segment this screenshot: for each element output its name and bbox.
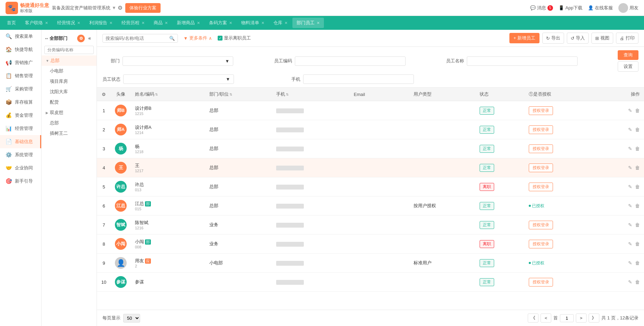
tree-item-distribution[interactable]: 配货 — [42, 97, 97, 107]
tab-operation[interactable]: 经营情况 ✕ — [53, 18, 84, 28]
per-page-select[interactable]: 50 — [123, 314, 140, 323]
sidebar-item-purchase[interactable]: 🛒 采购管理 — [0, 82, 41, 96]
edit-btn[interactable]: ✎ — [628, 127, 632, 132]
delete-btn[interactable]: 🗑 — [635, 108, 640, 113]
tree-item-double[interactable]: ▶ 双皮想 — [42, 107, 97, 118]
last-page-btn[interactable]: 》 — [589, 314, 599, 323]
th-phone[interactable]: 手机 ⇅ — [272, 88, 350, 101]
close-icon[interactable]: ✕ — [229, 21, 232, 25]
close-icon[interactable]: ✕ — [165, 21, 168, 25]
dept-settings-icon[interactable]: ⚙ — [77, 35, 85, 42]
filter-dept-select[interactable]: ▼ — [123, 56, 233, 66]
sidebar-item-sales[interactable]: 📋 销售管理 — [0, 69, 41, 82]
online-service-btn[interactable]: 👤 在线客服 — [588, 5, 613, 11]
app-download-btn[interactable]: 📱 App下载 — [559, 5, 582, 11]
dept-search-input[interactable] — [44, 46, 94, 54]
auth-btn[interactable]: 授权登录 — [529, 125, 553, 134]
edit-btn[interactable]: ✎ — [628, 203, 632, 209]
message-btn[interactable]: 💬 消息 5 — [530, 5, 553, 11]
sidebar-item-guide[interactable]: 🎯 新手引导 — [0, 175, 41, 188]
sidebar-item-business[interactable]: 📊 经营管理 — [0, 122, 41, 135]
filter-phone-input[interactable] — [303, 74, 414, 84]
sidebar-item-system[interactable]: ⚙️ 系统管理 — [0, 148, 41, 161]
th-name[interactable]: 姓名/编码 ⇅ — [131, 88, 205, 101]
close-icon[interactable]: ✕ — [317, 21, 320, 25]
prev-page-btn[interactable]: ＜ — [541, 314, 551, 323]
auth-btn[interactable]: 授权登录 — [529, 106, 553, 115]
auth-btn[interactable]: 授权登录 — [529, 183, 553, 191]
tree-item-general-headquarters[interactable]: ▼ 总部 — [42, 55, 97, 66]
edit-btn[interactable]: ✎ — [628, 241, 632, 247]
auth-btn[interactable]: 授权登录 — [529, 164, 553, 172]
more-filter-btn[interactable]: ▼ 更多条件 ∧ — [181, 34, 215, 43]
delete-btn[interactable]: 🗑 — [635, 241, 640, 247]
close-icon[interactable]: ✕ — [109, 21, 112, 25]
delete-btn[interactable]: 🗑 — [635, 222, 640, 228]
close-icon[interactable]: ✕ — [261, 21, 264, 25]
filter-status-select[interactable]: ▼ — [123, 74, 234, 84]
delete-btn[interactable]: 🗑 — [635, 260, 640, 266]
tab-add-goods[interactable]: 新增商品 ✕ — [173, 18, 204, 28]
add-employee-btn[interactable]: + 新增员工 — [509, 33, 539, 43]
auth-btn[interactable]: 授权登录 — [529, 278, 553, 287]
next-page-btn[interactable]: ＞ — [576, 314, 587, 323]
search-input[interactable] — [106, 36, 168, 41]
sidebar-item-finance[interactable]: 💰 资金管理 — [0, 109, 41, 122]
delete-btn[interactable]: 🗑 — [635, 146, 640, 151]
tree-item-placeholder[interactable]: 插树王二 — [42, 128, 97, 139]
setting-btn[interactable]: 设置 — [618, 61, 638, 72]
edit-btn[interactable]: ✎ — [628, 279, 632, 285]
tab-goods[interactable]: 商品 ✕ — [149, 18, 172, 28]
edit-btn[interactable]: ✎ — [628, 222, 632, 228]
delete-btn[interactable]: 🗑 — [635, 165, 640, 170]
filter-emp-name-input[interactable] — [467, 56, 578, 66]
delete-btn[interactable]: 🗑 — [635, 184, 640, 190]
tree-item-small-electronics[interactable]: 小电部 — [42, 66, 97, 76]
search-btn[interactable]: 查询 — [618, 50, 638, 60]
auth-btn[interactable]: 授权登录 — [529, 221, 553, 229]
delete-btn[interactable]: 🗑 — [635, 127, 640, 132]
edit-btn[interactable]: ✎ — [628, 165, 632, 170]
delete-btn[interactable]: 🗑 — [635, 279, 640, 285]
tree-item-project-warehouse[interactable]: 项目库房 — [42, 76, 97, 87]
close-icon[interactable]: ✕ — [77, 21, 80, 25]
dept-collapse-btn[interactable]: « — [86, 35, 93, 42]
sidebar-item-nav[interactable]: 🏠 快捷导航 — [0, 43, 41, 56]
settings-icon[interactable]: ⚙ — [118, 5, 123, 11]
auth-btn[interactable]: 授权登录 — [529, 240, 553, 248]
delete-btn[interactable]: 🗑 — [635, 203, 640, 209]
close-icon[interactable]: ✕ — [284, 21, 288, 25]
search-submit-icon[interactable]: 🔍 — [169, 36, 175, 41]
edit-btn[interactable]: ✎ — [628, 260, 632, 266]
view-btn[interactable]: ⊞ 视图 — [591, 33, 613, 44]
tab-warehouse[interactable]: 仓库 ✕ — [269, 18, 292, 28]
tab-employees[interactable]: 部门员工 ✕ — [292, 18, 324, 28]
print-btn[interactable]: 🖨 打印 — [616, 33, 638, 44]
auth-btn[interactable]: 授权登录 — [529, 144, 553, 153]
import-btn[interactable]: ↺ 导入 — [567, 33, 589, 44]
user-area[interactable]: 用友 — [618, 3, 638, 13]
tree-item-shenyang[interactable]: 沈阳大库 — [42, 87, 97, 97]
sidebar-item-search[interactable]: 🔍 搜索菜单 — [0, 30, 41, 43]
filter-emp-code-input[interactable] — [295, 56, 406, 66]
close-icon[interactable]: ✕ — [197, 21, 200, 25]
th-dept[interactable]: 部门/职位 ⇅ — [205, 88, 272, 101]
edit-btn[interactable]: ✎ — [628, 146, 632, 151]
edit-btn[interactable]: ✎ — [628, 184, 632, 190]
tab-barcode[interactable]: 条码方案 ✕ — [205, 18, 236, 28]
sidebar-item-collab[interactable]: 🤝 企业协同 — [0, 161, 41, 175]
system-title-arrow[interactable]: ▼ — [112, 5, 116, 10]
tab-bom[interactable]: 物料清单 ✕ — [237, 18, 269, 28]
tab-home[interactable]: 首页 — [3, 18, 20, 28]
tree-item-headquarters2[interactable]: 总部 — [42, 118, 97, 128]
sidebar-item-marketing[interactable]: 📢 营销推广 — [0, 56, 41, 69]
edit-btn[interactable]: ✎ — [628, 108, 632, 113]
tab-history[interactable]: 经营历程 ✕ — [117, 18, 149, 28]
trial-btn[interactable]: 体验行业方案 — [125, 3, 161, 13]
show-resigned-toggle[interactable]: ✓ 显示离职员工 — [218, 35, 251, 41]
close-icon[interactable]: ✕ — [45, 21, 48, 25]
close-icon[interactable]: ✕ — [142, 21, 145, 25]
export-btn[interactable]: ↻ 导出 — [542, 33, 564, 44]
first-page-btn[interactable]: 《 — [528, 314, 538, 323]
sidebar-item-inventory[interactable]: 📦 库存核算 — [0, 96, 41, 109]
